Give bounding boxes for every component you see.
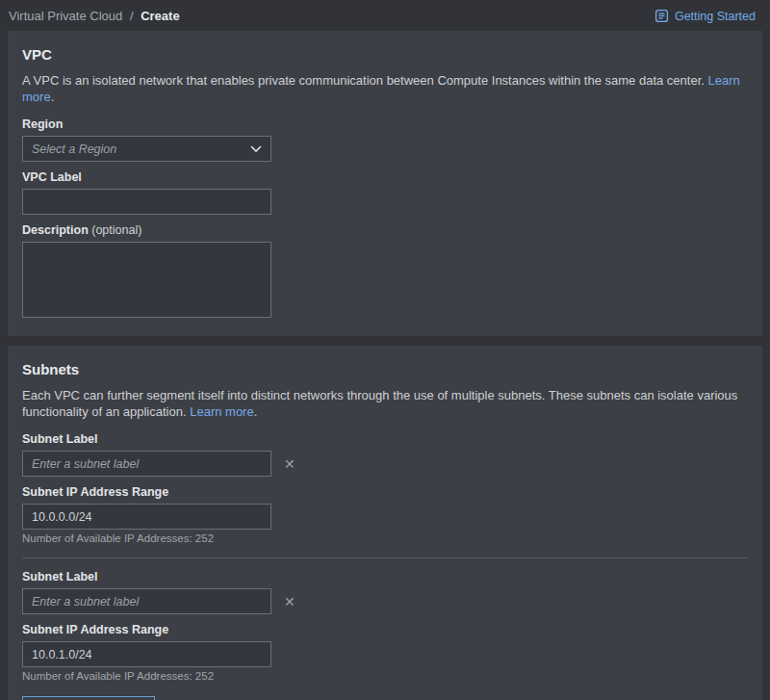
subnet-ip-input-0[interactable] (22, 504, 271, 530)
breadcrumb: Virtual Private Cloud / Create (9, 9, 180, 23)
breadcrumb-current: Create (141, 9, 179, 23)
subnets-section-description: Each VPC can further segment itself into… (22, 387, 748, 420)
subnets-learn-more-link[interactable]: Learn more (190, 404, 253, 419)
vpc-description-text: A VPC is an isolated network that enable… (22, 73, 705, 88)
vpc-card: VPC A VPC is an isolated network that en… (8, 31, 762, 336)
subnet-label-label: Subnet Label (22, 432, 748, 446)
region-select-placeholder: Select a Region (32, 143, 116, 156)
docs-icon (654, 9, 669, 23)
getting-started-label: Getting Started (675, 10, 756, 23)
chevron-down-icon (250, 145, 262, 153)
subnet-divider (22, 557, 748, 558)
create-vpc-page: VPC A VPC is an isolated network that en… (0, 31, 770, 700)
remove-subnet-icon-1[interactable]: ✕ (284, 595, 295, 609)
getting-started-link[interactable]: Getting Started (654, 9, 756, 23)
available-ips-helper-1: Number of Available IP Addresses: 252 (22, 670, 748, 682)
description-textarea[interactable] (22, 242, 271, 318)
vpc-label-label: VPC Label (22, 170, 748, 184)
subnets-learn-more-period: . (254, 404, 258, 419)
description-optional-text: (optional) (91, 223, 141, 237)
subnet-block-0: Subnet Label ✕ Subnet IP Address Range N… (22, 432, 748, 544)
remove-subnet-icon-0[interactable]: ✕ (284, 457, 295, 471)
subnet-label-label: Subnet Label (22, 570, 748, 583)
vpc-section-description: A VPC is an isolated network that enable… (22, 72, 748, 105)
subnet-ip-label: Subnet IP Address Range (22, 623, 748, 636)
available-ips-helper-0: Number of Available IP Addresses: 252 (22, 532, 748, 544)
subnet-ip-input-1[interactable] (22, 641, 271, 667)
subnet-label-input-0[interactable] (22, 451, 271, 477)
description-label-text: Description (22, 223, 89, 237)
subnet-ip-label: Subnet IP Address Range (22, 485, 748, 499)
vpc-learn-more-period: . (51, 90, 55, 104)
subnets-section-title: Subnets (22, 361, 748, 377)
subnet-label-input-1[interactable] (22, 588, 271, 614)
vpc-section-title: VPC (22, 46, 748, 63)
vpc-label-input[interactable] (22, 189, 271, 215)
subnets-card: Subnets Each VPC can further segment its… (8, 346, 762, 700)
breadcrumb-separator: / (130, 9, 134, 23)
description-label: Description (optional) (22, 223, 748, 237)
subnets-description-text: Each VPC can further segment itself into… (22, 388, 737, 419)
add-another-subnet-button[interactable]: Add Another Subnet (22, 696, 155, 700)
subnet-block-1: Subnet Label ✕ Subnet IP Address Range N… (22, 570, 748, 682)
top-bar: Virtual Private Cloud / Create Getting S… (0, 0, 770, 31)
region-select[interactable]: Select a Region (22, 136, 271, 162)
region-label: Region (22, 117, 748, 131)
breadcrumb-section-link[interactable]: Virtual Private Cloud (9, 9, 122, 23)
